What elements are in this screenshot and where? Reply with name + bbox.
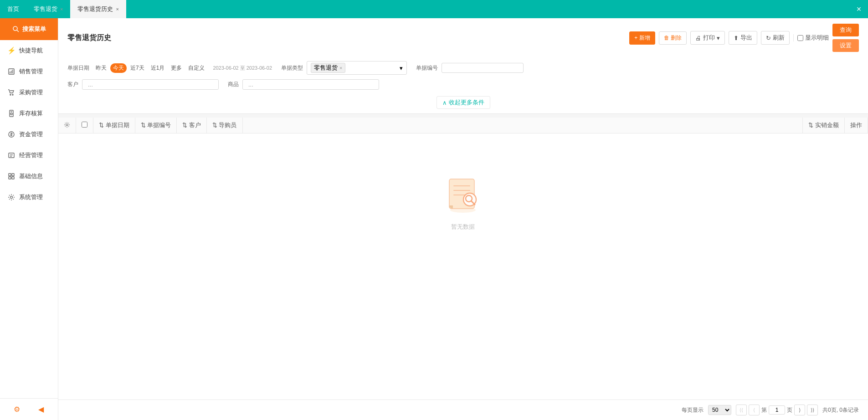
date-btn-yesterday[interactable]: 昨天 <box>93 63 109 73</box>
th-settings[interactable] <box>58 118 76 133</box>
collapse-sidebar-icon[interactable]: ◀ <box>35 403 47 416</box>
svg-rect-16 <box>12 174 14 176</box>
sidebar-item-purchase-mgmt-label: 采购管理 <box>19 88 43 97</box>
print-label: 打印 <box>703 34 715 42</box>
sidebar-item-finance-mgmt[interactable]: 资金管理 <box>0 124 58 145</box>
customer-filter-label: 客户 <box>67 81 78 88</box>
number-filter-input[interactable] <box>442 63 524 73</box>
sidebar-item-quick-nav[interactable]: ⚡ 快捷导航 <box>0 40 58 61</box>
empty-state-cell: 暂无数据 <box>58 133 868 268</box>
date-btn-more[interactable]: 更多 <box>168 63 185 73</box>
new-button[interactable]: + 新增 <box>629 31 655 45</box>
show-detail-checkbox[interactable] <box>797 35 803 41</box>
th-number-label: ⇅ 单据编号 <box>141 122 171 128</box>
th-date[interactable]: ⇅ 单据日期 <box>93 118 135 133</box>
top-bar: 首页 零售退货 × 零售退货历史 × × <box>0 0 868 18</box>
date-btn-1month[interactable]: 近1月 <box>148 63 168 73</box>
date-filter-group: 单据日期 昨天 今天 近7天 近1月 更多 自定义 2023-06-02 至 2… <box>67 63 272 73</box>
tab-home[interactable]: 首页 <box>0 0 26 18</box>
page-number-input[interactable] <box>769 405 785 415</box>
per-page-select[interactable]: 50 100 200 <box>708 405 731 415</box>
th-number[interactable]: ⇅ 单据编号 <box>135 118 177 133</box>
number-filter-label: 单据编号 <box>416 64 438 72</box>
empty-state: 暂无数据 <box>58 133 868 267</box>
pagination-bar: 每页显示 50 100 200 ⟨⟨ ⟨ 第 页 ⟩ ⟩⟩ 共0页, 0条记录 <box>58 400 868 420</box>
sidebar-search-label: 搜索菜单 <box>22 25 46 33</box>
show-detail-checkbox-label[interactable]: 显示明细 <box>797 34 829 42</box>
sidebar-item-sales-mgmt[interactable]: 销售管理 <box>0 61 58 82</box>
tab-retail-return[interactable]: 零售退货 × <box>26 0 70 18</box>
sidebar-item-basic-info[interactable]: 基础信息 <box>0 166 58 187</box>
sidebar-item-purchase-mgmt[interactable]: 采购管理 <box>0 82 58 103</box>
page-prev-button[interactable]: ⟨ <box>749 405 760 415</box>
tab-retail-return-close[interactable]: × <box>60 6 63 12</box>
page-label-after: 页 <box>787 406 792 414</box>
th-checkbox[interactable] <box>76 118 93 133</box>
customer-filter-input[interactable]: ... <box>82 79 219 90</box>
refresh-button[interactable]: ↻ 刷新 <box>761 31 790 45</box>
sidebar-item-ops-mgmt[interactable]: 经营管理 <box>0 145 58 166</box>
svg-rect-17 <box>9 177 11 179</box>
query-button[interactable]: 查询 <box>832 24 859 36</box>
collapse-label: 收起更多条件 <box>449 98 484 107</box>
select-all-checkbox[interactable] <box>82 122 87 128</box>
date-btn-today[interactable]: 今天 <box>110 63 127 73</box>
th-amount[interactable]: ⇅ 实销金额 <box>803 118 845 133</box>
sidebar-item-inventory-calc[interactable]: 库存核算 <box>0 103 58 124</box>
print-button[interactable]: 🖨 打印 ▾ <box>690 31 725 45</box>
date-btn-custom[interactable]: 自定义 <box>185 63 207 73</box>
export-icon: ⬆ <box>734 35 739 41</box>
per-page-label: 每页显示 <box>682 406 704 414</box>
th-date-label: ⇅ 单据日期 <box>99 122 129 128</box>
tab-retail-return-label: 零售退货 <box>34 5 57 13</box>
sidebar-item-sales-mgmt-label: 销售管理 <box>19 67 43 76</box>
window-close-button[interactable]: × <box>850 0 868 18</box>
tab-retail-return-history-label: 零售退货历史 <box>77 5 113 13</box>
collapse-button[interactable]: ∧ 收起更多条件 <box>437 96 490 109</box>
svg-point-9 <box>10 113 12 115</box>
svg-point-0 <box>13 26 17 31</box>
page-header: 零售退货历史 + 新增 🗑 删除 🖨 打印 ▾ ⬆ 导出 ↻ <box>58 18 868 114</box>
th-guide-label: ⇅ 导购员 <box>212 122 237 128</box>
page-title-bar: 零售退货历史 + 新增 🗑 删除 🖨 打印 ▾ ⬆ 导出 ↻ <box>67 24 859 56</box>
page-nav: ⟨⟨ ⟨ 第 页 ⟩ ⟩⟩ <box>736 405 818 415</box>
sidebar-search[interactable]: 搜索菜单 <box>0 18 58 40</box>
tab-retail-return-history-close[interactable]: × <box>116 6 118 12</box>
setting-button[interactable]: 设置 <box>832 39 859 52</box>
page-last-button[interactable]: ⟩⟩ <box>807 405 818 415</box>
sidebar-item-quick-nav-label: 快捷导航 <box>19 46 43 55</box>
export-button[interactable]: ⬆ 导出 <box>729 31 757 45</box>
type-tag-close[interactable]: × <box>339 65 342 71</box>
system-mgmt-icon <box>7 193 15 201</box>
svg-rect-12 <box>9 153 14 158</box>
svg-rect-8 <box>10 110 13 117</box>
page-first-button[interactable]: ⟨⟨ <box>736 405 747 415</box>
sidebar-nav: ⚡ 快捷导航 销售管理 <box>0 40 58 398</box>
th-customer[interactable]: ⇅ 客户 <box>177 118 207 133</box>
type-tag-text: 零售退货 <box>314 64 338 72</box>
date-btn-7days[interactable]: 近7天 <box>128 63 147 73</box>
column-settings-icon <box>64 122 70 128</box>
tab-retail-return-history[interactable]: 零售退货历史 × <box>70 0 126 18</box>
svg-point-7 <box>12 94 13 95</box>
delete-button[interactable]: 🗑 删除 <box>659 31 687 45</box>
customer-dots: ... <box>88 81 93 88</box>
type-filter-select[interactable]: 零售退货 × ▾ <box>307 61 407 75</box>
quick-nav-icon: ⚡ <box>7 46 15 55</box>
th-guide[interactable]: ⇅ 导购员 <box>206 118 242 133</box>
sidebar-item-system-mgmt[interactable]: 系统管理 <box>0 187 58 208</box>
svg-point-6 <box>10 94 11 95</box>
page-title: 零售退货历史 <box>67 33 111 43</box>
search-icon <box>12 26 20 33</box>
sidebar-item-ops-mgmt-label: 经营管理 <box>19 151 43 159</box>
collapse-row: ∧ 收起更多条件 <box>67 94 859 113</box>
type-filter-label: 单据类型 <box>281 64 303 72</box>
page-next-button[interactable]: ⟩ <box>794 405 805 415</box>
purchase-mgmt-icon <box>7 88 15 97</box>
settings-bottom-icon[interactable]: ⚙ <box>10 403 23 416</box>
filter-row-1: 单据日期 昨天 今天 近7天 近1月 更多 自定义 2023-06-02 至 2… <box>67 61 859 79</box>
goods-filter-input[interactable]: ... <box>242 79 379 90</box>
tab-home-label: 首页 <box>7 5 19 13</box>
svg-rect-15 <box>9 174 11 176</box>
svg-point-19 <box>10 196 13 199</box>
